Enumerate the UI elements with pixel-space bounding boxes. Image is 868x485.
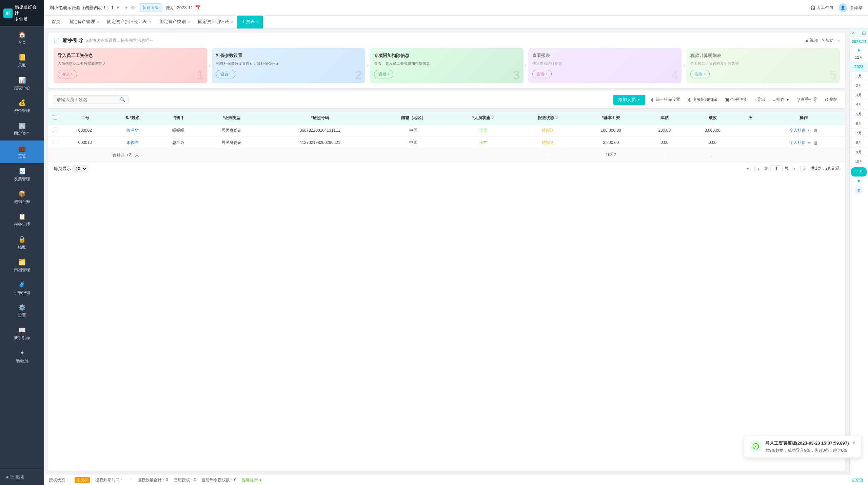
page-number-input[interactable] <box>770 165 783 172</box>
refresh-btn[interactable]: ↺ 刷新 <box>822 95 841 104</box>
new-guide-btn[interactable]: ? 新手引导 <box>794 95 820 104</box>
year-panel-month-dec[interactable]: 12月 <box>850 53 868 62</box>
tab-fixed-assets[interactable]: 固定资产管理 × <box>64 16 103 29</box>
recharge-link[interactable]: 去充值 <box>851 477 863 483</box>
year-panel-close-btn[interactable]: × <box>852 30 855 36</box>
th-personnel-status[interactable]: *人员状态 ▽ <box>450 112 517 125</box>
add-account-icon[interactable]: + <box>125 5 128 11</box>
sidebar-item-inventory[interactable]: 📦 进销台账 <box>0 186 44 209</box>
row1-name-link[interactable]: 徐泽华 <box>126 128 139 133</box>
year-panel-month-mar[interactable]: 3月 <box>850 91 868 100</box>
first-page-btn[interactable]: « <box>744 165 752 172</box>
per-page-select[interactable]: 10 20 50 <box>73 165 87 172</box>
year-panel-month-sep[interactable]: 9月 <box>850 148 868 157</box>
settings-gear-icon[interactable]: ⚙ <box>131 4 135 11</box>
step-1-desc: 人员信息及工资数据新增导入 <box>58 61 203 67</box>
last-page-btn[interactable]: » <box>800 165 809 172</box>
tab-depreciation[interactable]: 固定资产折旧统计表 × <box>103 16 155 29</box>
wizard-close-btn[interactable]: × <box>837 38 840 43</box>
special-deduction-btn[interactable]: ⊕ 专项附加扣除 <box>685 95 720 104</box>
wizard-help-link[interactable]: ? 帮助 <box>822 38 833 43</box>
year-nav-up[interactable]: ▲ <box>850 46 868 53</box>
year-panel-month-aug[interactable]: 8月 <box>850 138 868 148</box>
row2-name-link[interactable]: 李俊杰 <box>126 140 139 145</box>
personnel-status-filter-icon: ▽ <box>491 116 494 120</box>
wizard-video-link[interactable]: ▶ 视频 <box>806 38 818 43</box>
year-panel-month-jan[interactable]: 1月 <box>850 72 868 81</box>
year-panel-month-oct[interactable]: 10月 <box>850 157 868 167</box>
switch-version-btn[interactable]: 切到旧版 <box>139 3 162 12</box>
th-name[interactable]: ⇅ *姓名 <box>108 112 157 125</box>
add-employee-btn[interactable]: 添加人员 ▼ <box>613 95 645 105</box>
social-insurance-btn[interactable]: ⊕ 统一社保设置 <box>648 95 683 104</box>
reports-icon: 📊 <box>18 76 26 84</box>
tab-payroll-close[interactable]: × <box>257 20 259 24</box>
step-3-btn[interactable]: 查看 › <box>374 70 393 78</box>
account-selector[interactable]: 刘小艳演示账套（勿删勿动！）1 ▼ <box>50 5 120 11</box>
row2-delete-icon[interactable]: 🗑 <box>813 140 818 145</box>
tab-asset-detail[interactable]: 固定资产明细账 × <box>194 16 237 29</box>
year-panel-year-2023[interactable]: 2023 <box>850 62 868 72</box>
th-report-status[interactable]: 报送状态 ▽ <box>516 112 579 125</box>
sidebar-item-archive[interactable]: 🗂️ 归档管理 <box>0 254 44 277</box>
sidebar-item-ledger[interactable]: 📒 总账 <box>0 50 44 72</box>
year-panel-month-jun[interactable]: 6月 <box>850 119 868 129</box>
sidebar-item-reports[interactable]: 📊 报表中心 <box>0 72 44 95</box>
row2-edit-icon[interactable]: ✏ <box>808 140 811 145</box>
row1-social-insurance-link[interactable]: 个人社保 <box>789 128 806 133</box>
sidebar-item-expense[interactable]: 🧳 小畅报销 <box>0 277 44 300</box>
row1-edit-icon[interactable]: ✏ <box>808 128 811 133</box>
sidebar-item-settings[interactable]: ⚙️ 设置 <box>0 300 44 322</box>
tab-fixed-assets-close[interactable]: × <box>97 20 99 24</box>
tab-asset-type-close[interactable]: × <box>188 20 190 24</box>
tab-asset-detail-close[interactable]: × <box>231 20 233 24</box>
year-panel-month-jul[interactable]: 7月 <box>850 129 868 138</box>
sidebar-item-invoices[interactable]: 🧾 发票管理 <box>0 163 44 186</box>
tax-report-btn[interactable]: ▣ 个税申报 <box>722 95 749 104</box>
prev-page-btn[interactable]: ‹ <box>754 165 762 172</box>
sidebar-item-payroll[interactable]: 💼 工资 <box>0 141 44 163</box>
step-5-btn[interactable]: 查看 › <box>690 70 710 78</box>
operations-btn[interactable]: ≡ 操作 ▼ <box>770 95 792 104</box>
wizard-help-label: 帮助 <box>825 38 833 43</box>
export-btn[interactable]: ↑ 导出 <box>751 95 768 104</box>
year-nav-down[interactable]: ▼ <box>850 178 868 184</box>
year-panel-expand-btn[interactable]: ⊞ <box>862 30 866 36</box>
select-all-checkbox[interactable] <box>53 115 57 119</box>
invoices-icon: 🧾 <box>18 167 26 175</box>
row2-social-insurance-link[interactable]: 个人社保 <box>789 140 806 146</box>
year-panel-month-feb[interactable]: 2月 <box>850 81 868 91</box>
calendar-icon: 📅 <box>195 5 200 10</box>
sidebar-item-member[interactable]: ✦ 畅会员 <box>0 345 44 368</box>
search-input[interactable] <box>57 97 118 102</box>
support-btn[interactable]: 🎧 人工咨询 <box>810 5 833 11</box>
tab-home[interactable]: 首页 <box>47 16 64 29</box>
tab-depreciation-close[interactable]: × <box>149 20 151 24</box>
sidebar-item-guide[interactable]: 📖 新手引导 <box>0 322 44 345</box>
year-panel-month-apr[interactable]: 4月 <box>850 100 868 110</box>
sidebar-item-tax[interactable]: 📋 税务管理 <box>0 209 44 231</box>
special-deduction-icon: ⊕ <box>688 97 692 102</box>
year-panel-settings-icon[interactable]: ⚙ <box>855 186 863 194</box>
step-1-btn[interactable]: 导入 › <box>58 70 77 78</box>
tab-asset-type[interactable]: 固定资产类别 × <box>155 16 194 29</box>
sidebar-item-funds[interactable]: 💰 资金管理 <box>0 95 44 118</box>
period-selector[interactable]: 账期 2023-11 📅 <box>166 5 200 11</box>
wizard-card: 📄 新手引导 5步快速完成设置，快去完善信息吧～ ▶ 视频 ? 帮助 <box>48 33 845 88</box>
year-panel-month-may[interactable]: 5月 <box>850 110 868 119</box>
tab-payroll[interactable]: 工资表 × <box>237 16 263 29</box>
sidebar-item-home[interactable]: 🏠 首页 <box>0 27 44 50</box>
row2-checkbox[interactable] <box>53 140 57 144</box>
cancel-fixed-btn[interactable]: ◀ 取消固定 <box>3 472 41 482</box>
user-menu[interactable]: 👤 徐泽华 <box>839 3 863 12</box>
row1-checkbox[interactable] <box>53 128 57 132</box>
sidebar-item-close[interactable]: 🔒 结账 <box>0 231 44 254</box>
toast-close-btn[interactable]: × <box>852 440 855 446</box>
next-page-btn[interactable]: › <box>791 165 798 172</box>
sidebar-item-fixed-assets[interactable]: 🏢 固定资产 <box>0 118 44 141</box>
step-2-btn[interactable]: 设置 › <box>216 70 235 78</box>
row2-base-salary: 3,200.00 <box>579 136 643 149</box>
year-panel-month-nov[interactable]: 11月 <box>851 167 867 177</box>
step-4-btn[interactable]: 查看 › <box>532 70 552 78</box>
row1-delete-icon[interactable]: 🗑 <box>813 128 818 133</box>
